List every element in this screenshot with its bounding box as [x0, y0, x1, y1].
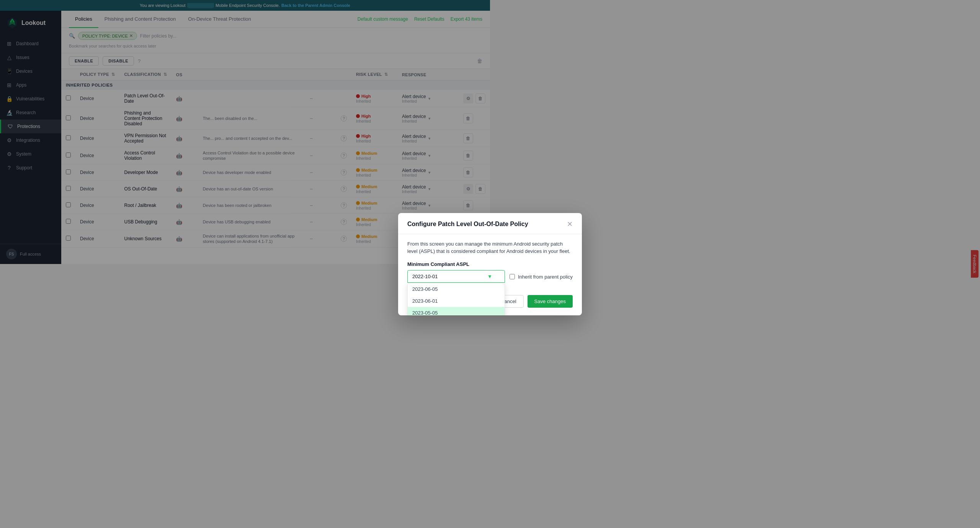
modal-overlay[interactable]: Configure Patch Level Out-Of-Date Policy…	[0, 0, 490, 264]
modal-body: From this screen you can manage the mini…	[398, 234, 490, 264]
modal-header: Configure Patch Level Out-Of-Date Policy…	[398, 213, 490, 234]
modal-title: Configure Patch Level Out-Of-Date Policy	[407, 221, 490, 228]
configure-policy-modal: Configure Patch Level Out-Of-Date Policy…	[398, 213, 490, 264]
field-label: Minimum Compliant ASPL	[407, 261, 490, 264]
modal-description: From this screen you can manage the mini…	[407, 240, 490, 255]
